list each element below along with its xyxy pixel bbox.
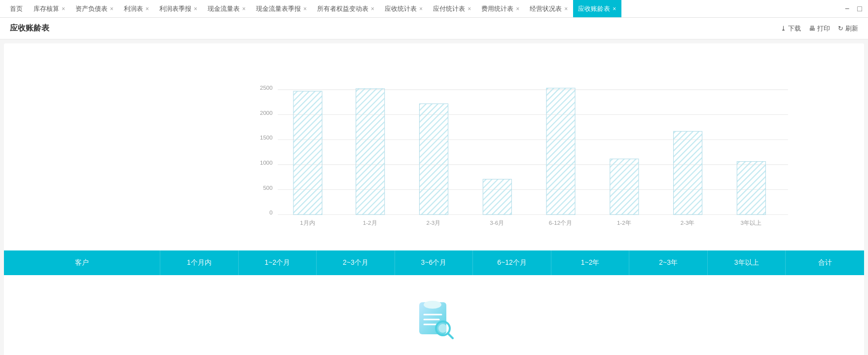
- print-icon: 🖶: [809, 25, 815, 32]
- col-2-3year: 2~3年: [629, 250, 708, 275]
- bar-1-2month: [356, 89, 385, 214]
- svg-text:2-3年: 2-3年: [681, 219, 695, 226]
- tab-ap-stats[interactable]: 应付统计表 ×: [428, 0, 476, 18]
- bar-6-12month: [546, 88, 575, 215]
- tab-close-expense-stats[interactable]: ×: [516, 5, 519, 12]
- tab-close-cashflow-quarterly[interactable]: ×: [303, 5, 307, 12]
- svg-text:2500: 2500: [260, 84, 273, 91]
- svg-text:1500: 1500: [260, 134, 273, 141]
- download-icon: ⤓: [781, 25, 786, 32]
- tab-balance[interactable]: 资产负债表 ×: [71, 0, 119, 18]
- bar-1-2year: [610, 159, 639, 214]
- svg-text:1000: 1000: [260, 159, 273, 166]
- col-6-12month: 6~12个月: [473, 250, 551, 275]
- svg-text:3年以上: 3年以上: [741, 219, 761, 226]
- col-customer: 客户: [4, 250, 160, 275]
- tab-close-ar-stats[interactable]: ×: [419, 5, 423, 12]
- tab-close-balance[interactable]: ×: [110, 5, 113, 12]
- col-3-6month: 3~6个月: [395, 250, 473, 275]
- tab-equity[interactable]: 所有者权益变动表 ×: [312, 0, 380, 18]
- tab-bar: 首页 库存核算 × 资产负债表 × 利润表 × 利润表季报 × 现金流量表 × …: [0, 0, 868, 18]
- tab-close-ap-stats[interactable]: ×: [468, 5, 471, 12]
- svg-text:2000: 2000: [260, 109, 273, 116]
- svg-point-22: [424, 301, 441, 309]
- tab-ar-stats[interactable]: 应收统计表 ×: [380, 0, 428, 18]
- tab-close-ar-aging[interactable]: ×: [613, 5, 616, 12]
- col-1-2month: 1~2个月: [239, 250, 317, 275]
- svg-text:0: 0: [269, 209, 272, 215]
- tab-cashflow[interactable]: 现金流量表 ×: [203, 0, 251, 18]
- empty-state: [4, 275, 864, 355]
- empty-icon: [409, 295, 459, 344]
- tab-close-ops[interactable]: ×: [564, 5, 568, 12]
- col-2-3month: 2~3个月: [317, 250, 395, 275]
- bar-1month: [293, 91, 322, 214]
- svg-text:500: 500: [263, 184, 272, 191]
- print-button[interactable]: 🖶 打印: [809, 24, 830, 33]
- maximize-icon[interactable]: □: [855, 4, 864, 13]
- tab-inventory[interactable]: 库存核算 ×: [29, 0, 71, 18]
- svg-line-27: [448, 333, 453, 338]
- chart-area: 0 500 1000 1500 2000 2500: [4, 43, 864, 250]
- tab-close-inventory[interactable]: ×: [62, 5, 65, 12]
- svg-point-28: [438, 324, 447, 333]
- refresh-icon: ↻: [838, 25, 843, 32]
- svg-text:1-2月: 1-2月: [363, 219, 377, 226]
- main-content: 0 500 1000 1500 2000 2500: [4, 43, 864, 355]
- svg-text:1月内: 1月内: [300, 219, 315, 226]
- header-actions: ⤓ 下载 🖶 打印 ↻ 刷新: [781, 24, 858, 33]
- tab-close-profit-quarterly[interactable]: ×: [194, 5, 197, 12]
- tab-close-equity[interactable]: ×: [371, 5, 374, 12]
- tab-home[interactable]: 首页: [4, 4, 29, 13]
- tab-bar-actions: − □: [843, 4, 864, 13]
- svg-text:2-3月: 2-3月: [427, 219, 441, 226]
- col-total: 合计: [786, 250, 864, 275]
- bar-3-6month: [483, 179, 511, 214]
- download-button[interactable]: ⤓ 下载: [781, 24, 801, 33]
- bar-2-3year: [674, 131, 702, 214]
- refresh-button[interactable]: ↻ 刷新: [838, 24, 858, 33]
- table-header: 客户 1个月内 1~2个月 2~3个月 3~6个月 6~12个月 1~2年 2~…: [4, 250, 864, 275]
- tab-profit-quarterly[interactable]: 利润表季报 ×: [154, 0, 203, 18]
- tab-ops[interactable]: 经营状况表 ×: [525, 0, 573, 18]
- svg-text:6-12个月: 6-12个月: [549, 219, 572, 226]
- page-title: 应收账龄表: [10, 23, 49, 34]
- tab-close-profit[interactable]: ×: [145, 5, 149, 12]
- tab-expense-stats[interactable]: 费用统计表 ×: [476, 0, 525, 18]
- svg-text:1-2年: 1-2年: [617, 219, 631, 226]
- tab-cashflow-quarterly[interactable]: 现金流量表季报 ×: [251, 0, 312, 18]
- page-header: 应收账龄表 ⤓ 下载 🖶 打印 ↻ 刷新: [0, 18, 868, 39]
- col-1-2year: 1~2年: [551, 250, 630, 275]
- bar-2-3month: [419, 104, 448, 214]
- bar-chart: 0 500 1000 1500 2000 2500: [14, 53, 854, 241]
- col-3yearplus: 3年以上: [708, 250, 786, 275]
- svg-text:3-6月: 3-6月: [490, 219, 504, 226]
- tab-ar-aging[interactable]: 应收账龄表 ×: [573, 0, 621, 18]
- minimize-icon[interactable]: −: [843, 4, 851, 13]
- bar-3yearplus: [737, 162, 765, 215]
- col-1month: 1个月内: [160, 250, 239, 275]
- tab-profit[interactable]: 利润表 ×: [119, 0, 154, 18]
- tab-close-cashflow[interactable]: ×: [242, 5, 246, 12]
